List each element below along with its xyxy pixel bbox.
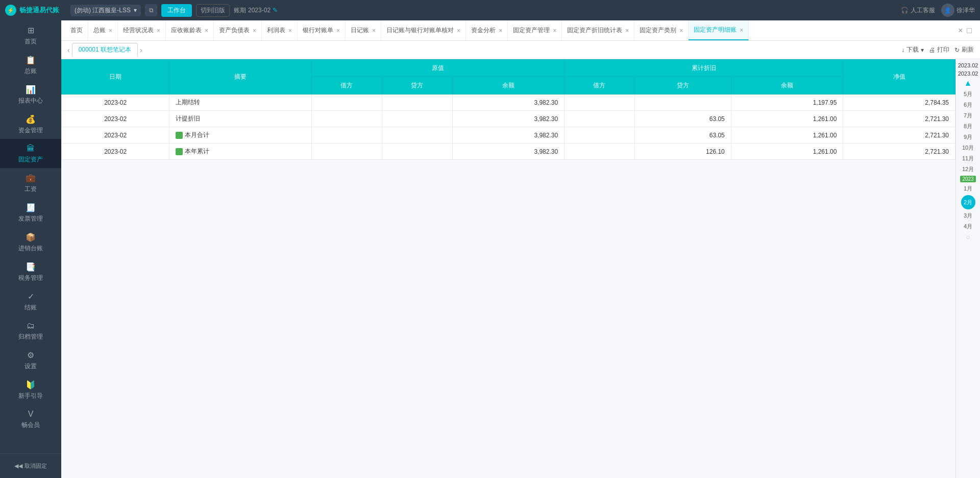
maximize-button[interactable]: □ bbox=[967, 26, 972, 35]
download-label: 下载 bbox=[906, 45, 919, 54]
sidebar-item-reports[interactable]: 📊 报表中心 bbox=[0, 80, 61, 109]
tab-fa-depreciation[interactable]: 固定资产折旧统计表 × bbox=[562, 20, 634, 40]
refresh-icon: ↻ bbox=[954, 46, 960, 54]
sidebar-item-closing[interactable]: ✓ 结账 bbox=[0, 286, 61, 316]
tab-close-receivable[interactable]: × bbox=[205, 27, 208, 34]
cell-net-value: 2,721.30 bbox=[843, 127, 955, 144]
sidebar-label-closing: 结账 bbox=[24, 303, 37, 312]
cell-net-value: 2,784.35 bbox=[843, 94, 955, 111]
timeline-month-1[interactable]: 1月 bbox=[956, 183, 980, 194]
tab-bar: 首页 总账 × 经营状况表 × 应收账龄表 × 资产负债表 × 利润表 × bbox=[61, 20, 980, 41]
tab-close-journal[interactable]: × bbox=[372, 27, 376, 34]
header-right: 🎧 人工客服 👤 徐泽华 bbox=[901, 4, 975, 17]
tab-journal[interactable]: 日记账 × bbox=[346, 20, 381, 40]
tab-label-home: 首页 bbox=[70, 26, 83, 35]
sidebar-item-salary[interactable]: 💼 工资 bbox=[0, 168, 61, 198]
sidebar-item-home[interactable]: ⊞ 首页 bbox=[0, 20, 61, 50]
customer-service-button[interactable]: 🎧 人工客服 bbox=[901, 6, 935, 15]
tag-green-icon bbox=[176, 148, 183, 155]
print-button[interactable]: 🖨 打印 bbox=[929, 45, 949, 54]
tab-balance-sheet[interactable]: 资产负债表 × bbox=[214, 20, 262, 40]
sidebar-item-settings[interactable]: ⚙ 设置 bbox=[0, 345, 61, 375]
user-profile[interactable]: 👤 徐泽华 bbox=[941, 4, 975, 17]
sub-nav-item-label: 000001 联想笔记本 bbox=[79, 45, 131, 54]
tab-operation[interactable]: 经营状况表 × bbox=[118, 20, 166, 40]
col-header-description: 摘要 bbox=[169, 60, 312, 94]
nav-arrow-left[interactable]: ‹ bbox=[67, 46, 70, 54]
timeline-scroll-down[interactable]: ○ bbox=[965, 232, 971, 242]
tab-fund-analysis[interactable]: 资金分析 × bbox=[466, 20, 508, 40]
sidebar-item-purchase-sales[interactable]: 📦 进销台账 bbox=[0, 227, 61, 257]
sidebar-label-archive: 归档管理 bbox=[18, 332, 43, 341]
timeline-month-2-active[interactable]: 2月 bbox=[961, 195, 975, 209]
sidebar-item-funds[interactable]: 💰 资金管理 bbox=[0, 109, 61, 139]
timeline-month-8[interactable]: 8月 bbox=[956, 121, 980, 132]
tab-bank-statement[interactable]: 银行对账单 × bbox=[298, 20, 346, 40]
cell-date: 2023-02 bbox=[62, 94, 169, 111]
tab-fa-detail[interactable]: 固定资产明细账 × bbox=[689, 20, 749, 40]
table-wrapper: 日期 摘要 原值 累计折旧 净值 借方 贷方 余额 借方 贷方 余额 bbox=[61, 59, 955, 478]
copy-button[interactable]: ⧉ bbox=[145, 4, 157, 16]
sidebar-item-tax[interactable]: 📑 税务管理 bbox=[0, 257, 61, 286]
tab-close-fa-depreciation[interactable]: × bbox=[625, 27, 629, 34]
switch-version-button[interactable]: 切到旧版 bbox=[196, 4, 230, 17]
company-selector[interactable]: (勿动) 江西服皇-LSS ▾ bbox=[70, 5, 141, 16]
tab-close-fa-category[interactable]: × bbox=[679, 27, 683, 34]
timeline-month-11[interactable]: 11月 bbox=[956, 153, 980, 164]
tab-close-operation[interactable]: × bbox=[157, 27, 160, 34]
timeline-month-12[interactable]: 12月 bbox=[956, 164, 980, 175]
tab-label-profit: 利润表 bbox=[267, 26, 285, 35]
nav-arrow-right[interactable]: › bbox=[140, 46, 142, 54]
timeline-month-5[interactable]: 5月 bbox=[956, 89, 980, 100]
tab-reconciliation[interactable]: 日记账与银行对账单核对 × bbox=[381, 20, 466, 40]
avatar: 👤 bbox=[941, 4, 954, 17]
cell-description: 本月合计 bbox=[169, 127, 312, 144]
close-all-tabs-button[interactable]: × bbox=[958, 26, 963, 35]
tab-receivable[interactable]: 应收账龄表 × bbox=[166, 20, 214, 40]
tab-close-profit[interactable]: × bbox=[288, 27, 292, 34]
tab-label-fa-depreciation: 固定资产折旧统计表 bbox=[567, 26, 622, 35]
sidebar-item-vip[interactable]: V 畅会员 bbox=[0, 404, 61, 434]
tab-close-fa-detail[interactable]: × bbox=[740, 27, 743, 34]
unpin-button[interactable]: ◀◀ 取消固定 bbox=[0, 458, 61, 474]
cell-orig-debit bbox=[312, 144, 382, 160]
tab-profit[interactable]: 利润表 × bbox=[262, 20, 298, 40]
cell-accum-credit: 63.05 bbox=[634, 111, 731, 127]
cell-orig-balance: 3,982.30 bbox=[452, 111, 565, 127]
sub-nav-tab-item[interactable]: 000001 联想笔记本 bbox=[72, 43, 138, 57]
timeline-month-9[interactable]: 9月 bbox=[956, 132, 980, 142]
main-layout: ⊞ 首页 📋 总账 📊 报表中心 💰 资金管理 🏛 固定资产 💼 工资 🧾 发票… bbox=[0, 20, 980, 478]
tab-fa-management[interactable]: 固定资产管理 × bbox=[508, 20, 562, 40]
sidebar-item-fixed-assets[interactable]: 🏛 固定资产 bbox=[0, 139, 61, 168]
sidebar-item-archive[interactable]: 🗂 归档管理 bbox=[0, 316, 61, 345]
tab-close-balance-sheet[interactable]: × bbox=[253, 27, 256, 34]
cell-orig-credit bbox=[382, 94, 452, 111]
tab-close-ledger[interactable]: × bbox=[109, 27, 112, 34]
refresh-button[interactable]: ↻ 刷新 bbox=[954, 45, 974, 54]
tab-close-reconciliation[interactable]: × bbox=[457, 27, 460, 34]
timeline-month-3[interactable]: 3月 bbox=[956, 210, 980, 221]
col-sub-header-accum-balance: 余额 bbox=[731, 77, 843, 94]
tab-fa-category[interactable]: 固定资产类别 × bbox=[634, 20, 689, 40]
timeline-month-6[interactable]: 6月 bbox=[956, 100, 980, 110]
top-header: ⚡ 畅捷通易代账 (勿动) 江西服皇-LSS ▾ ⧉ 工作台 切到旧版 账期 2… bbox=[0, 0, 980, 20]
col-header-accumulated-depreciation: 累计折旧 bbox=[565, 60, 843, 77]
timeline-month-4[interactable]: 4月 bbox=[956, 221, 980, 232]
timeline-arrow-up[interactable]: ▲ bbox=[963, 78, 973, 89]
tab-close-bank-statement[interactable]: × bbox=[336, 27, 340, 34]
workspace-button[interactable]: 工作台 bbox=[161, 4, 192, 17]
period-edit-icon[interactable]: ✎ bbox=[273, 7, 278, 14]
timeline-month-10[interactable]: 10月 bbox=[956, 142, 980, 153]
sidebar-item-guide[interactable]: 🔰 新手引导 bbox=[0, 375, 61, 404]
tab-home[interactable]: 首页 bbox=[65, 20, 88, 40]
tab-ledger[interactable]: 总账 × bbox=[88, 20, 118, 40]
cell-orig-credit bbox=[382, 111, 452, 127]
tab-label-receivable: 应收账龄表 bbox=[171, 26, 202, 35]
cell-description: 上期结转 bbox=[169, 94, 312, 111]
sidebar-item-invoice[interactable]: 🧾 发票管理 bbox=[0, 198, 61, 227]
timeline-month-7[interactable]: 7月 bbox=[956, 110, 980, 121]
sidebar-item-ledger[interactable]: 📋 总账 bbox=[0, 50, 61, 80]
download-button[interactable]: ↓ 下载 ▾ bbox=[901, 45, 924, 54]
tab-close-fund-analysis[interactable]: × bbox=[499, 27, 502, 34]
tab-close-fa-management[interactable]: × bbox=[553, 27, 556, 34]
